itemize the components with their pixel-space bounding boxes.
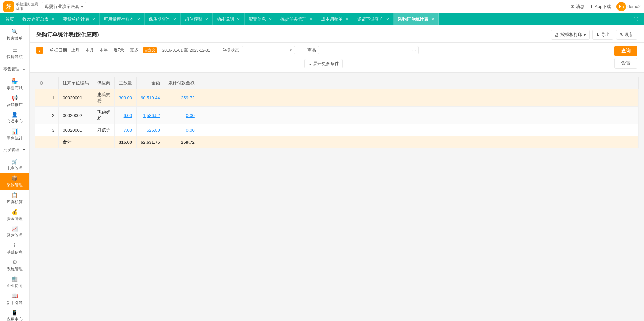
tab-cost-adjust[interactable]: 成本调整单 ✕ — [317, 13, 353, 25]
tab-close-invite-downstream[interactable]: ✕ — [386, 17, 389, 22]
sidebar-item-inventory[interactable]: 📋 库存核算 — [0, 190, 29, 207]
shortcut-last-month[interactable]: 上月 — [69, 46, 82, 54]
data-table: ⚙ 往来单位编码 供应商 主数量 金额 累计付款金额 — [35, 77, 639, 148]
export-button[interactable]: ⬇ 导出 — [592, 30, 613, 40]
tab-close-receive-summary[interactable]: ✕ — [51, 17, 55, 22]
tab-close-overstock-alert[interactable]: ✕ — [205, 17, 208, 22]
tab-close-cost-adjust[interactable]: ✕ — [345, 17, 349, 22]
user-area[interactable]: Ea demo2 — [616, 2, 641, 11]
custom-date-badge[interactable]: 自定义 — [143, 47, 157, 53]
ecommerce-icon: 🛒 — [11, 158, 18, 165]
tab-invite-downstream[interactable]: 邀请下游客户 ✕ — [353, 13, 394, 25]
th-settings[interactable]: ⚙ — [35, 77, 48, 89]
table-row[interactable]: 1 00020001 惠氏奶粉 303.00 60,519.44 259.72 — [35, 89, 639, 107]
shortcut-this-month[interactable]: 本月 — [83, 46, 96, 54]
table-row[interactable]: 2 00020002 飞鹤奶粉 6.00 1,586.52 0.00 — [35, 107, 639, 124]
row-paid-amount[interactable]: 259.72 — [164, 89, 199, 107]
system-icon: ⚙ — [12, 259, 17, 265]
finance-icon: 💰 — [11, 209, 18, 215]
row-qty[interactable]: 303.00 — [115, 89, 137, 107]
row-supplier: 惠氏奶粉 — [93, 89, 115, 107]
tab-close-function-desc[interactable]: ✕ — [237, 17, 240, 22]
tab-close-order-summary[interactable]: ✕ — [92, 17, 95, 22]
sidebar-item-ecommerce[interactable]: 🛒 电商管理 — [0, 156, 29, 173]
sidebar-item-wholesale[interactable]: 批发管理 ▼ — [0, 143, 29, 156]
shortcut-7days[interactable]: 近7天 — [111, 46, 126, 54]
message-btn[interactable]: ✉ 消息 — [571, 4, 584, 10]
sidebar-item-guide[interactable]: 📖 新手引导 — [0, 290, 29, 307]
filter-date-item: 单据日期 上月 本月 本年 近7天 更多 自定义 — [50, 46, 157, 54]
tab-picking-task[interactable]: 拣货任务管理 ✕ — [276, 13, 317, 25]
app-download-btn[interactable]: ⬇ App下载 — [590, 4, 611, 10]
more-conditions-row: ⌄ 展开更多条件 — [36, 54, 610, 69]
sidebar-item-finance[interactable]: 💰 资金管理 — [0, 207, 29, 223]
row-seq: 2 — [48, 107, 59, 124]
purchase-icon: 📦 — [11, 175, 18, 181]
row-amount[interactable]: 60,519.44 — [137, 89, 164, 107]
tab-function-desc[interactable]: 功能说明 ✕ — [213, 13, 245, 25]
tab-receive-summary[interactable]: 收发存汇总表 ✕ — [18, 13, 59, 25]
tab-close-config-info[interactable]: ✕ — [269, 17, 272, 22]
th-amount: 金额 — [137, 77, 164, 89]
tab-close-picking-task[interactable]: ✕ — [309, 17, 313, 22]
footer-qty: 316.00 — [115, 136, 137, 148]
expand-filter-btn[interactable]: › — [36, 47, 43, 54]
sidebar-item-purchase[interactable]: 📦 采购管理 — [0, 173, 29, 190]
sidebar-item-retail-stats[interactable]: 📊 零售统计 — [0, 126, 29, 143]
tab-close-available-stock[interactable]: ✕ — [137, 17, 140, 22]
gear-icon[interactable]: ⚙ — [39, 80, 44, 86]
sidebar-item-retail-store[interactable]: 🏪 零售商城 — [0, 76, 29, 93]
sidebar-item-system[interactable]: ⚙ 系统管理 — [0, 257, 29, 274]
sidebar-item-marketing[interactable]: 📢 营销推广 — [0, 93, 29, 109]
stats-icon: 📊 — [11, 128, 18, 135]
template-print-button[interactable]: 🖨 按模板打印 ▾ — [551, 30, 590, 40]
row-seq: 1 — [48, 89, 59, 107]
tab-overstock-alert[interactable]: 超储预警 ✕ — [181, 13, 213, 25]
date-shortcuts: 上月 本月 本年 近7天 更多 — [69, 46, 141, 54]
member-icon: 👤 — [11, 111, 18, 118]
top-bar: 好 畅捷通好生意 标版 母婴行业演示账套 ▾ ✉ 消息 ⬇ App下载 Ea — [0, 0, 644, 13]
tab-close-purchase-order-summary[interactable]: ✕ — [431, 17, 434, 22]
tab-home[interactable]: 首页 — [1, 13, 18, 25]
chevron-down-icon: ▲ — [22, 67, 26, 71]
sidebar-search[interactable]: 🔍 搜索菜单 — [0, 25, 29, 44]
row-expand-cell — [35, 124, 48, 136]
table-row[interactable]: 3 00020005 好孩子 7.00 525.80 0.00 — [35, 124, 639, 136]
nav-tabs-actions: — ⛶ — [620, 16, 643, 23]
row-paid-amount[interactable]: 0.00 — [164, 124, 199, 136]
tab-warranty-query[interactable]: 保质期查询 ✕ — [145, 13, 181, 25]
tab-purchase-order-summary[interactable]: 采购订单统计表 ✕ — [394, 13, 439, 25]
tab-available-stock[interactable]: 可用量库存账本 ✕ — [100, 13, 145, 25]
status-select[interactable]: ▾ — [241, 46, 295, 54]
message-icon: ✉ — [571, 4, 574, 9]
sidebar-item-enterprise[interactable]: 🏢 企业协同 — [0, 274, 29, 290]
sidebar-quick-nav[interactable]: ☰ 快捷导航 — [0, 44, 29, 62]
export-icon: ⬇ — [596, 32, 600, 37]
row-paid-amount[interactable]: 0.00 — [164, 107, 199, 124]
sidebar-item-app-center[interactable]: 📱 应用中心 — [0, 307, 29, 321]
sidebar-item-basic-info[interactable]: ℹ 基础信息 — [0, 240, 29, 257]
maximize-tab-icon[interactable]: ⛶ — [631, 16, 640, 23]
footer-seq-cell — [48, 136, 59, 148]
goods-input[interactable]: ··· — [318, 46, 419, 54]
shortcut-this-year[interactable]: 本年 — [97, 46, 110, 54]
row-amount[interactable]: 525.80 — [137, 124, 164, 136]
tab-config-info[interactable]: 配置信息 ✕ — [245, 13, 276, 25]
query-button[interactable]: 查询 — [614, 46, 637, 56]
shortcut-more[interactable]: 更多 — [128, 46, 141, 54]
refresh-button[interactable]: ↻ 刷新 — [616, 30, 637, 40]
sidebar-item-retail-mgmt[interactable]: 零售管理 ▲ — [0, 62, 29, 76]
sidebar-item-ops[interactable]: 📈 经营管理 — [0, 223, 29, 240]
minimize-tab-icon[interactable]: — — [620, 16, 629, 23]
sidebar-item-member[interactable]: 👤 会员中心 — [0, 109, 29, 126]
filter-area: › 单据日期 上月 本月 本年 近7天 更多 — [30, 43, 644, 73]
settings-button[interactable]: 设置 — [614, 58, 637, 69]
row-qty[interactable]: 7.00 — [115, 124, 137, 136]
tab-order-summary[interactable]: 要货单统计表 ✕ — [59, 13, 100, 25]
row-amount[interactable]: 1,586.52 — [137, 107, 164, 124]
tab-close-warranty-query[interactable]: ✕ — [173, 17, 176, 22]
expand-more-btn[interactable]: ⌄ 展开更多条件 — [304, 59, 343, 68]
footer-settings-cell — [35, 136, 48, 148]
workspace-selector[interactable]: 母婴行业演示账套 ▾ — [42, 2, 86, 11]
row-qty[interactable]: 6.00 — [115, 107, 137, 124]
